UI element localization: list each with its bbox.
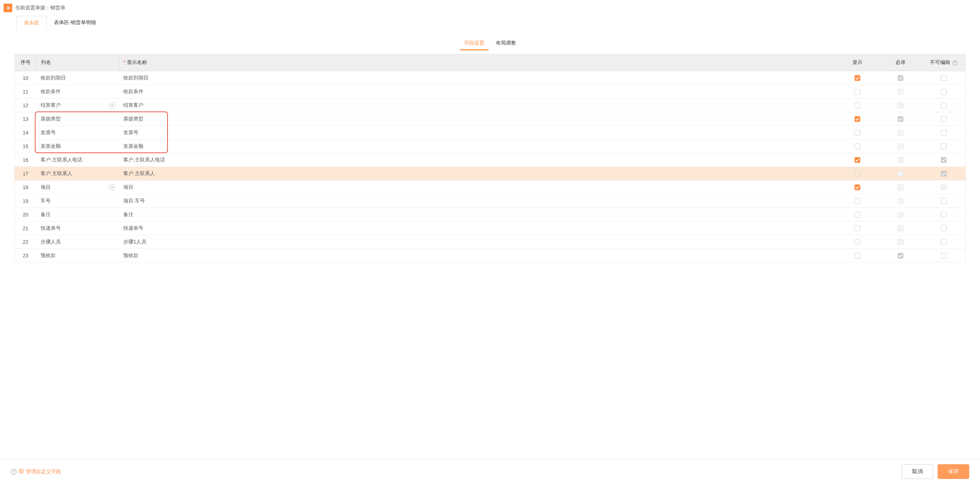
- checkbox-readonly: [941, 171, 947, 177]
- checkbox-show[interactable]: [854, 89, 860, 95]
- checkbox-required: [898, 130, 904, 135]
- checkbox-required: [898, 253, 904, 258]
- checkbox-required: [898, 226, 904, 231]
- table-row[interactable]: 14发票号发票号: [15, 126, 965, 140]
- checkbox-readonly[interactable]: [941, 89, 947, 95]
- checkbox-show[interactable]: [854, 143, 860, 149]
- cell-seq: 13: [15, 112, 36, 126]
- topbar: 当前设置单据： 销货单: [3, 3, 977, 12]
- col-header-display-text: 显示名称: [127, 59, 147, 65]
- secondary-tabs: 字段设置 布局调整: [3, 37, 977, 50]
- table-row[interactable]: 23预收款预收款: [15, 249, 965, 263]
- cell-display[interactable]: 快递单号: [119, 221, 836, 235]
- primary-tabs: 表头区 表体区-销货单明细: [16, 16, 977, 30]
- checkbox-readonly: [941, 185, 947, 190]
- checkbox-required: [898, 239, 904, 245]
- table-row[interactable]: 18项目+项目: [15, 180, 965, 194]
- cell-display[interactable]: 收款条件: [119, 85, 836, 99]
- cell-display[interactable]: 步骤1人员: [119, 235, 836, 249]
- checkbox-show[interactable]: [854, 226, 860, 231]
- cell-name: 票据类型: [36, 112, 119, 126]
- checkbox-show[interactable]: [854, 75, 860, 81]
- cell-seq: 23: [15, 249, 36, 263]
- collapse-toggle[interactable]: [3, 3, 12, 12]
- cell-seq: 15: [15, 140, 36, 153]
- cell-seq: 14: [15, 126, 36, 140]
- checkbox-readonly[interactable]: [941, 143, 947, 149]
- table-row[interactable]: 11收款条件收款条件: [15, 85, 965, 99]
- cell-seq: 11: [15, 85, 36, 99]
- cell-display[interactable]: 客户.主联系人电话: [119, 153, 836, 167]
- checkbox-show[interactable]: [854, 239, 860, 245]
- checkbox-required: [898, 89, 904, 95]
- cell-seq: 16: [15, 153, 36, 167]
- plus-icon[interactable]: +: [109, 184, 115, 191]
- col-header-show: 显示: [836, 54, 879, 71]
- cell-display[interactable]: 发票金额: [119, 140, 836, 153]
- tab-header-area[interactable]: 表头区: [16, 16, 47, 30]
- checkbox-show[interactable]: [854, 198, 860, 204]
- cell-display[interactable]: 票据类型: [119, 112, 836, 126]
- checkbox-show[interactable]: [854, 116, 860, 122]
- checkbox-readonly[interactable]: [941, 198, 947, 204]
- cell-name: 发票金额: [36, 140, 119, 153]
- col-header-display: *显示名称: [119, 54, 836, 71]
- table-row[interactable]: 16客户.主联系人电话客户.主联系人电话: [15, 153, 965, 167]
- cell-name: 结算客户+: [36, 99, 119, 112]
- cell-display[interactable]: 客户.主联系人: [119, 167, 836, 180]
- tab-field-settings[interactable]: 字段设置: [460, 37, 488, 50]
- field-table: 序号 列名 *显示名称 显示 必录 不可编辑 ? 10收款到期日收款到期日11收…: [14, 54, 966, 263]
- checkbox-show[interactable]: [854, 171, 860, 177]
- cell-name: 客户.主联系人电话: [36, 153, 119, 167]
- table-row[interactable]: 21快递单号快递单号: [15, 221, 965, 235]
- cell-display[interactable]: 预收款: [119, 249, 836, 263]
- checkbox-readonly[interactable]: [941, 130, 947, 135]
- tab-body-area[interactable]: 表体区-销货单明细: [47, 16, 103, 30]
- table-row[interactable]: 17客户.主联系人客户.主联系人: [15, 167, 965, 180]
- plus-icon[interactable]: +: [109, 102, 115, 108]
- checkbox-readonly[interactable]: [941, 239, 947, 245]
- cell-seq: 22: [15, 235, 36, 249]
- cell-name: 步骤人员: [36, 235, 119, 249]
- checkbox-required: [898, 185, 904, 190]
- checkbox-show[interactable]: [854, 185, 860, 190]
- checkbox-readonly[interactable]: [941, 102, 947, 108]
- checkbox-show[interactable]: [854, 212, 860, 218]
- cell-name: 快递单号: [36, 221, 119, 235]
- cell-seq: 19: [15, 194, 36, 208]
- checkbox-show[interactable]: [854, 102, 860, 108]
- checkbox-readonly[interactable]: [941, 212, 947, 218]
- topbar-value: 销货单: [50, 5, 65, 11]
- checkbox-readonly[interactable]: [941, 253, 947, 258]
- checkbox-readonly[interactable]: [941, 116, 947, 122]
- checkbox-readonly[interactable]: [941, 75, 947, 81]
- cell-display[interactable]: 结算客户: [119, 99, 836, 112]
- cell-seq: 12: [15, 99, 36, 112]
- tab-layout-adjust[interactable]: 布局调整: [492, 37, 520, 50]
- cell-display[interactable]: 项目.车号: [119, 194, 836, 208]
- cell-display[interactable]: 收款到期日: [119, 71, 836, 85]
- cell-seq: 10: [15, 71, 36, 85]
- table-row[interactable]: 22步骤人员步骤1人员: [15, 235, 965, 249]
- checkbox-show[interactable]: [854, 130, 860, 135]
- table-row[interactable]: 12结算客户+结算客户: [15, 99, 965, 112]
- table-row[interactable]: 20备注备注: [15, 208, 965, 221]
- checkbox-readonly[interactable]: [941, 226, 947, 231]
- cell-display[interactable]: 发票号: [119, 126, 836, 140]
- checkbox-show[interactable]: [854, 253, 860, 258]
- cell-name: 车号: [36, 194, 119, 208]
- checkbox-show[interactable]: [854, 157, 860, 163]
- cell-display[interactable]: 项目: [119, 180, 836, 194]
- table-row[interactable]: 19车号项目.车号: [15, 194, 965, 208]
- table-row[interactable]: 10收款到期日收款到期日: [15, 71, 965, 85]
- table-row[interactable]: 15发票金额发票金额: [15, 140, 965, 153]
- cell-display[interactable]: 备注: [119, 208, 836, 221]
- help-icon[interactable]: ?: [952, 61, 957, 65]
- table-row[interactable]: 13票据类型票据类型: [15, 112, 965, 126]
- checkbox-required: [898, 157, 904, 163]
- cell-seq: 17: [15, 167, 36, 180]
- cell-name: 收款条件: [36, 85, 119, 99]
- cell-name: 预收款: [36, 249, 119, 263]
- cell-seq: 20: [15, 208, 36, 221]
- topbar-label: 当前设置单据：: [15, 5, 50, 11]
